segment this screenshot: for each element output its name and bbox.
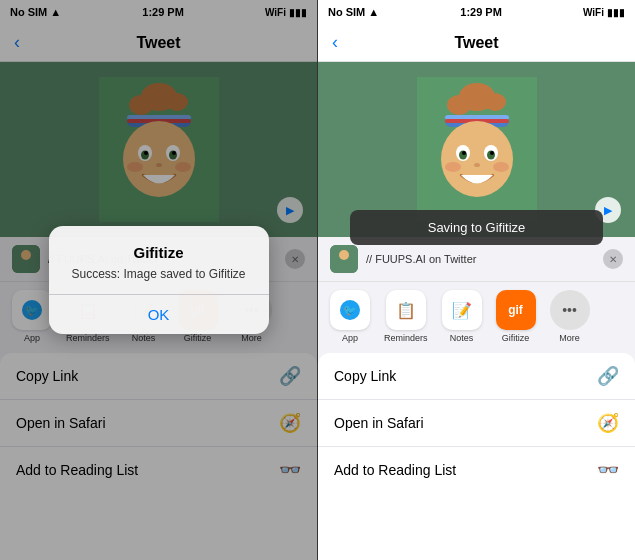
reading-list-icon-right: 👓	[597, 459, 619, 481]
share-icon-gifitize-right[interactable]: gif Gifitize	[496, 290, 536, 343]
cartoon-face-right	[417, 77, 537, 222]
toast-box-right: Saving to Gifitize	[350, 210, 604, 245]
share-icon-notes-right[interactable]: 📝 Notes	[442, 290, 482, 343]
share-app-text-right: // FUUPS.AI on Twitter	[366, 253, 595, 265]
toast-overlay-right: Saving to Gifitize	[318, 210, 635, 245]
svg-point-28	[441, 121, 513, 197]
gifitize-label-right: Gifitize	[502, 333, 530, 343]
svg-point-33	[462, 151, 466, 155]
nav-bar-right: ‹ Tweet	[318, 24, 635, 62]
toast-message-right: Saving to Gifitize	[428, 220, 526, 235]
gifitize-icon-right: gif	[496, 290, 536, 330]
alert-box-left: Gifitize Success: Image saved to Gifitiz…	[49, 226, 269, 335]
svg-point-37	[474, 163, 480, 167]
right-phone: No SIM ▲ 1:29 PM WiFi ▮▮▮ ‹ Tweet	[318, 0, 635, 560]
reminders-label-right: Reminders	[384, 333, 428, 343]
left-phone: No SIM ▲ 1:29 PM WiFi ▮▮▮ ‹ Tweet	[0, 0, 317, 560]
share-close-right[interactable]: ✕	[603, 249, 623, 269]
alert-message-left: Success: Image saved to Gifitize	[65, 266, 253, 283]
share-sheet-right: // FUUPS.AI on Twitter ✕ 🐦 App 📋 Reminde…	[318, 237, 635, 560]
time-right: 1:29 PM	[460, 6, 502, 18]
battery-icon-right: ▮▮▮	[607, 7, 625, 18]
back-button-right[interactable]: ‹	[332, 32, 338, 53]
notes-icon-right: 📝	[442, 290, 482, 330]
open-safari-label-right: Open in Safari	[334, 415, 424, 431]
reading-list-label-right: Add to Reading List	[334, 462, 456, 478]
notes-label-right: Notes	[450, 333, 474, 343]
svg-text:🐦: 🐦	[343, 303, 357, 317]
share-icon-reminders-right[interactable]: 📋 Reminders	[384, 290, 428, 343]
more-dots-right: •••	[550, 290, 590, 330]
alert-overlay-left: Gifitize Success: Image saved to Gifitiz…	[0, 0, 317, 560]
status-bar-right-info: No SIM ▲	[328, 6, 379, 18]
svg-point-35	[445, 162, 461, 172]
more-label-right: More	[559, 333, 580, 343]
signal-icon-right: ▲	[368, 6, 379, 18]
wifi-icon-right: WiFi	[583, 7, 604, 18]
alert-ok-button-left[interactable]: OK	[49, 295, 269, 334]
share-avatar-right	[330, 245, 358, 273]
app-icon-right: 🐦	[330, 290, 370, 330]
copy-link-right[interactable]: Copy Link 🔗	[318, 353, 635, 400]
share-action-list-right: Copy Link 🔗 Open in Safari 🧭 Add to Read…	[318, 353, 635, 560]
status-bar-right: No SIM ▲ 1:29 PM WiFi ▮▮▮	[318, 0, 635, 24]
svg-point-24	[484, 93, 506, 111]
svg-point-34	[490, 151, 494, 155]
svg-point-39	[339, 250, 349, 260]
alert-content-left: Gifitize Success: Image saved to Gifitiz…	[49, 226, 269, 295]
reminders-icon-right: 📋	[386, 290, 426, 330]
svg-point-36	[493, 162, 509, 172]
svg-point-23	[447, 95, 471, 115]
page-title-right: Tweet	[454, 34, 498, 52]
alert-title-left: Gifitize	[65, 244, 253, 261]
open-safari-right[interactable]: Open in Safari 🧭	[318, 400, 635, 447]
share-icon-app-right[interactable]: 🐦 App	[330, 290, 370, 343]
share-icons-right: 🐦 App 📋 Reminders 📝 Notes gif Gifitize •…	[318, 282, 635, 351]
app-label-right: App	[342, 333, 358, 343]
battery-right: WiFi ▮▮▮	[583, 7, 625, 18]
reading-list-right[interactable]: Add to Reading List 👓	[318, 447, 635, 493]
share-icon-more-right[interactable]: ••• More	[550, 290, 590, 343]
copy-link-icon-right: 🔗	[597, 365, 619, 387]
safari-icon-right: 🧭	[597, 412, 619, 434]
copy-link-label-right: Copy Link	[334, 368, 396, 384]
carrier-right: No SIM	[328, 6, 365, 18]
